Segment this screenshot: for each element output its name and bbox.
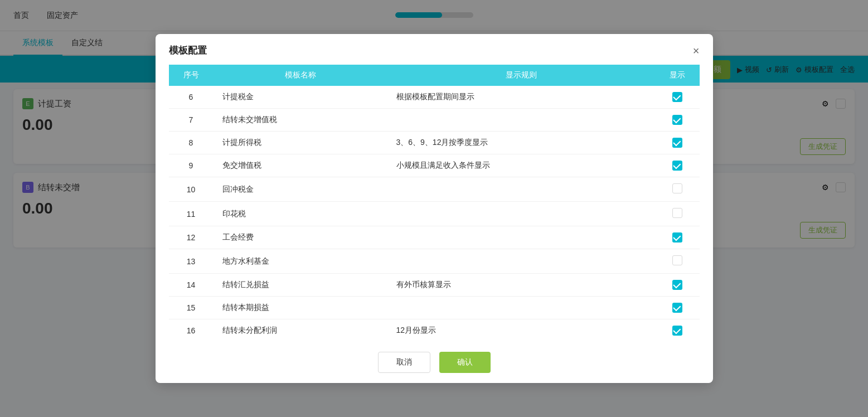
cell-name: 工会经费 [214,226,387,249]
cell-id: 11 [169,202,214,226]
modal-overlay: 模板配置 × 序号 模板名称 显示规则 显示 6计提税金根据模板配置期间显示7结… [0,0,868,417]
checkbox-unchecked[interactable] [672,183,682,193]
modal-title: 模板配置 [169,44,207,57]
cell-checkbox [655,86,700,109]
checkbox-checked[interactable] [672,303,682,313]
cell-rule [387,109,655,132]
cancel-button[interactable]: 取消 [378,352,430,373]
cell-id: 8 [169,132,214,154]
table-row: 11印花税 [169,202,700,226]
checkbox-checked[interactable] [672,326,682,336]
table-row: 7结转未交增值税 [169,109,700,132]
cell-checkbox [655,297,700,319]
checkbox-checked[interactable] [672,138,682,148]
cell-rule: 12月份显示 [387,319,655,342]
cell-checkbox [655,109,700,132]
cell-name: 地方水利基金 [214,249,387,274]
cell-name: 计提税金 [214,86,387,109]
cell-rule [387,202,655,226]
checkbox-unchecked[interactable] [672,208,682,218]
modal-close-button[interactable]: × [693,45,700,56]
checkbox-checked[interactable] [672,161,682,171]
cell-rule: 有外币核算显示 [387,274,655,297]
cell-id: 10 [169,177,214,202]
modal-body: 序号 模板名称 显示规则 显示 6计提税金根据模板配置期间显示7结转未交增值税8… [156,65,713,342]
table-row: 15结转本期损益 [169,297,700,319]
cell-name: 结转未交增值税 [214,109,387,132]
cell-rule [387,226,655,249]
cell-name: 结转未分配利润 [214,319,387,342]
config-table: 序号 模板名称 显示规则 显示 6计提税金根据模板配置期间显示7结转未交增值税8… [169,65,700,342]
cell-checkbox [655,274,700,297]
cell-name: 回冲税金 [214,177,387,202]
modal-header: 模板配置 × [156,34,713,65]
table-row: 10回冲税金 [169,177,700,202]
cell-id: 6 [169,86,214,109]
template-config-modal: 模板配置 × 序号 模板名称 显示规则 显示 6计提税金根据模板配置期间显示7结… [156,34,713,383]
cell-checkbox [655,226,700,249]
col-header-name: 模板名称 [214,65,387,86]
cell-checkbox [655,249,700,274]
cell-id: 15 [169,297,214,319]
cell-rule [387,177,655,202]
confirm-button[interactable]: 确认 [439,352,491,373]
cell-id: 7 [169,109,214,132]
cell-checkbox [655,132,700,154]
cell-name: 结转汇兑损益 [214,274,387,297]
cell-checkbox [655,177,700,202]
checkbox-checked[interactable] [672,280,682,290]
checkbox-unchecked[interactable] [672,255,682,265]
cell-id: 16 [169,319,214,342]
col-header-display: 显示 [655,65,700,86]
cell-checkbox [655,154,700,177]
table-row: 16结转未分配利润12月份显示 [169,319,700,342]
cell-id: 13 [169,249,214,274]
checkbox-checked[interactable] [672,115,682,125]
cell-id: 12 [169,226,214,249]
table-row: 12工会经费 [169,226,700,249]
cell-checkbox [655,319,700,342]
cell-id: 14 [169,274,214,297]
cell-id: 9 [169,154,214,177]
col-header-rule: 显示规则 [387,65,655,86]
cell-name: 印花税 [214,202,387,226]
cell-name: 结转本期损益 [214,297,387,319]
col-header-id: 序号 [169,65,214,86]
table-row: 6计提税金根据模板配置期间显示 [169,86,700,109]
table-row: 8计提所得税3、6、9、12月按季度显示 [169,132,700,154]
cell-rule: 根据模板配置期间显示 [387,86,655,109]
cell-rule [387,249,655,274]
cell-rule: 小规模且满足收入条件显示 [387,154,655,177]
cell-rule: 3、6、9、12月按季度显示 [387,132,655,154]
cell-name: 免交增值税 [214,154,387,177]
cell-rule [387,297,655,319]
table-row: 13地方水利基金 [169,249,700,274]
checkbox-checked[interactable] [672,232,682,243]
cell-checkbox [655,202,700,226]
cell-name: 计提所得税 [214,132,387,154]
table-row: 9免交增值税小规模且满足收入条件显示 [169,154,700,177]
checkbox-checked[interactable] [672,92,682,102]
modal-footer: 取消 确认 [156,342,713,383]
table-row: 14结转汇兑损益有外币核算显示 [169,274,700,297]
